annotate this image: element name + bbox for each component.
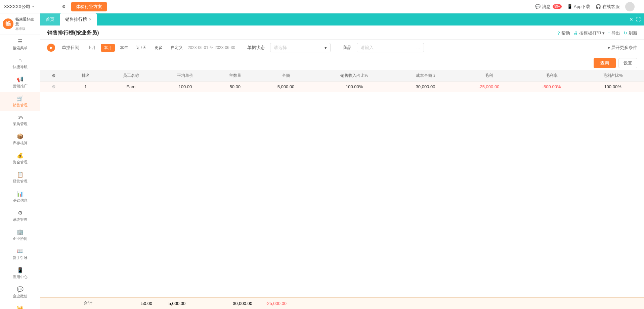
help-button[interactable]: ? 帮助 [557,30,570,36]
sidebar-item-label: 库存核算 [13,141,28,146]
sidebar-item-search-orders[interactable]: ☰ 搜索菜单 [0,35,40,54]
help-label: 帮助 [561,30,570,36]
col-main-qty: 主数量 [212,70,258,82]
expand-more-btn[interactable]: ▾ 展开更多条件 [608,45,637,51]
company-selector[interactable]: XXXXXX公司 ▾ [4,4,58,10]
filter-status-label: 单据状态 [247,45,265,51]
sidebar-item-purchase-mgmt[interactable]: 🛍 采购管理 [0,111,40,130]
cell-gross-profit-ratio: 100.00% [582,82,644,92]
company-name: XXXXXX公司 [4,4,30,10]
app-icon: 📱 [567,4,572,9]
col-amount: 全额 [258,70,314,82]
col-sales-ratio: 销售收入占比% [314,70,395,82]
purchase-mgmt-icon: 🛍 [17,114,23,120]
cell-avg-price: 100.00 [158,82,213,92]
tab-bar: 首页 销售排行榜 × ✕ ⛶ [40,13,644,25]
data-table: ⚙ 排名 员工名称 平均单价 主数量 全额 销售收入占比% 成本全额 ℹ 毛利 … [40,70,644,92]
table-footer: 合计 50.00 5,000.00 30,000.00 -25,000.00 [40,297,644,309]
tab-home[interactable]: 首页 [40,13,60,25]
col-settings[interactable]: ⚙ [40,70,68,82]
sidebar-item-enterprise-collab[interactable]: 🏢 企业协同 [0,225,40,245]
main-layout: 畅 畅康通好生意 标准版 ☰ 搜索菜单 ⌂ 快捷导航 📢 营销推广 🛒 销售管理… [0,13,644,309]
sidebar-item-inventory[interactable]: 📦 库存核算 [0,130,40,149]
search-orders-icon: ☰ [18,38,23,45]
tab-sales-ranking[interactable]: 销售排行榜 × [60,13,97,25]
system-icon: ⚙ [18,210,23,216]
message-badge: 99+ [553,4,562,9]
status-select-value: 请选择 [274,45,323,51]
app-download-btn[interactable]: 📱 App下载 [567,4,590,10]
date-btn-this-year[interactable]: 本年 [117,44,131,52]
export-button[interactable]: ↑ 导出 [608,30,620,36]
sidebar-item-label: 企业微信 [13,294,28,299]
sidebar-item-operations[interactable]: 📋 经营管理 [0,168,40,187]
message-btn[interactable]: 💬 消息 99+ [535,4,562,10]
filter-area: ▶ 单据日期 上月 本月 本年 近7天 更多 自定义 2023-06-01 至 … [40,40,644,56]
basic-info-icon: 📊 [17,191,24,197]
date-btn-this-month[interactable]: 本月 [101,44,115,52]
sidebar-item-label: 经营管理 [13,179,28,184]
col-gross-profit: 毛利 [456,70,521,82]
cell-cost-amount: 30,000.00 [395,82,457,92]
operations-icon: 📋 [17,171,24,178]
sidebar-item-vip[interactable]: 👑 畅会员 [0,302,40,309]
tab-close-icon[interactable]: × [89,17,91,22]
content-area: 首页 销售排行榜 × ✕ ⛶ 销售排行榜(按业务员) ? 帮助 [40,13,644,309]
logo-icon: 畅 [3,18,13,29]
footer-amount: 5,000.00 [162,301,192,306]
sidebar-item-app-center[interactable]: 📱 应用中心 [0,264,40,283]
goods-input-value: 请输入 [360,45,415,51]
goods-input[interactable]: 请输入 … [357,43,424,52]
export-label: 导出 [611,30,620,36]
status-chevron-icon: ▾ [325,45,327,50]
sidebar-item-basic-info[interactable]: 📊 基础信息 [0,187,40,206]
date-btn-custom[interactable]: 自定义 [168,44,186,52]
footer-gross-profit: -25,000.00 [259,301,293,306]
sidebar-item-label: 搜索菜单 [13,46,28,51]
sidebar-item-label: 销售管理 [13,103,28,108]
query-button[interactable]: 查询 [594,58,616,68]
avatar[interactable] [625,2,635,11]
date-btn-7days[interactable]: 近7天 [133,44,149,52]
collapse-button[interactable]: ▶ [47,44,55,52]
sidebar-item-label: 营销推广 [13,84,28,89]
table-wrapper: ⚙ 排名 员工名称 平均单价 主数量 全额 销售收入占比% 成本全额 ℹ 毛利 … [40,70,644,297]
action-row: 查询 设置 [40,56,644,70]
enterprise-collab-icon: 🏢 [17,229,24,235]
trial-button[interactable]: 体验行业方案 [71,2,107,11]
cell-amount: 5,000.00 [258,82,314,92]
filter-goods-label: 商品 [343,45,351,51]
vip-icon: 👑 [17,305,24,309]
date-btn-last-month[interactable]: 上月 [85,44,99,52]
enterprise-wechat-icon: 💬 [17,286,24,293]
sidebar-item-label: 资金管理 [13,160,28,165]
print-icon: 🖨 [573,31,578,36]
sidebar-item-system[interactable]: ⚙ 系统管理 [0,206,40,225]
print-button[interactable]: 🖨 按模板打印 ▾ [573,30,605,36]
marketing-icon: 📢 [17,76,24,83]
sidebar-logo: 畅 畅康通好生意 标准版 [0,13,40,35]
settings-icon-btn[interactable]: ⚙ [59,2,69,11]
date-btn-more[interactable]: 更多 [152,44,166,52]
footer-cost-amount: 30,000.00 [226,301,259,306]
sidebar-item-marketing[interactable]: 📢 营销推广 [0,73,40,92]
refresh-button[interactable]: ↻ 刷新 [624,30,637,36]
sidebar-item-sales-mgmt[interactable]: 🛒 销售管理 [0,92,40,111]
page-header-actions: ? 帮助 🖨 按模板打印 ▾ ↑ 导出 ↻ 刷新 [557,30,637,36]
quick-nav-icon: ⌂ [18,57,22,63]
sidebar-item-beginner-guide[interactable]: 📖 新手引导 [0,245,40,264]
footer-main-qty: 50.00 [132,301,162,306]
table-settings-button[interactable]: 设置 [618,58,637,68]
online-service-btn[interactable]: 🎧 在线客服 [596,4,620,10]
cell-settings[interactable]: ⚙ [40,82,68,92]
cell-sales-ratio: 100.00% [314,82,395,92]
cell-main-qty: 50.00 [212,82,258,92]
sidebar-item-enterprise-wechat[interactable]: 💬 企业微信 [0,283,40,302]
tab-close-window-icon[interactable]: ✕ [629,17,633,22]
table-row: ⚙ 1 Eam 100.00 50.00 5,000.00 100.00% 30… [40,82,644,92]
tab-expand-icon[interactable]: ⛶ [636,17,641,22]
status-select[interactable]: 请选择 ▾ [270,43,331,52]
sidebar-item-finance[interactable]: 💰 资金管理 [0,149,40,168]
sidebar-item-quick-nav[interactable]: ⌂ 快捷导航 [0,54,40,73]
expand-more-label: 展开更多条件 [611,45,637,51]
